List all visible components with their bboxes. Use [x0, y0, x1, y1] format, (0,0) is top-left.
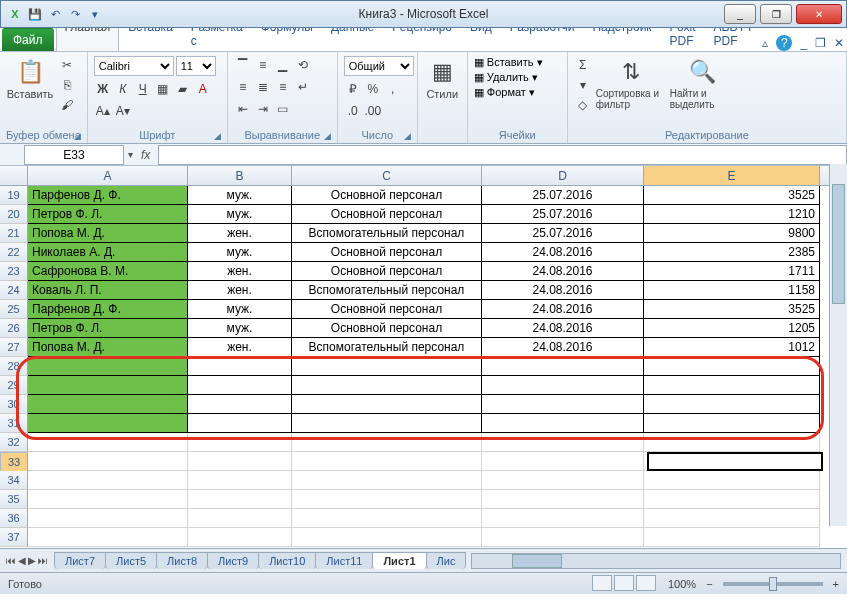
cell[interactable]: [188, 490, 292, 509]
currency-icon[interactable]: ₽: [344, 80, 362, 98]
cell[interactable]: [188, 414, 292, 433]
insert-cells-button[interactable]: ▦ Вставить ▾: [474, 56, 543, 69]
cell[interactable]: жен.: [188, 262, 292, 281]
table-row[interactable]: 23Сафронова В. М.жен.Основной персонал24…: [0, 262, 847, 281]
sheet-tab-лист7[interactable]: Лист7: [54, 552, 106, 569]
table-row[interactable]: 29: [0, 376, 847, 395]
cut-icon[interactable]: ✂: [58, 56, 76, 74]
percent-icon[interactable]: %: [364, 80, 382, 98]
cell[interactable]: Попова М. Д.: [28, 224, 188, 243]
cell[interactable]: [28, 414, 188, 433]
copy-icon[interactable]: ⎘: [58, 76, 76, 94]
cell[interactable]: муж.: [188, 186, 292, 205]
col-header-d[interactable]: D: [482, 166, 644, 185]
cell[interactable]: 1012: [644, 338, 820, 357]
cell[interactable]: [644, 414, 820, 433]
cell[interactable]: Петров Ф. Л.: [28, 319, 188, 338]
paste-button[interactable]: 📋 Вставить: [6, 56, 54, 100]
tab-file[interactable]: Файл: [2, 28, 54, 51]
align-top-icon[interactable]: ▔: [234, 56, 252, 74]
shrink-font-icon[interactable]: A▾: [114, 102, 132, 120]
orientation-icon[interactable]: ⟲: [294, 56, 312, 74]
cell[interactable]: [482, 452, 644, 471]
cell[interactable]: 24.08.2016: [482, 319, 644, 338]
table-row[interactable]: 35: [0, 490, 847, 509]
cell[interactable]: [292, 357, 482, 376]
table-row[interactable]: 22Николаев А. Д.муж.Основной персонал24.…: [0, 243, 847, 262]
maximize-button[interactable]: ❐: [760, 4, 792, 24]
cell[interactable]: [644, 452, 820, 471]
cell[interactable]: [292, 452, 482, 471]
cell[interactable]: [644, 376, 820, 395]
sheet-nav-0[interactable]: ⏮: [6, 555, 16, 566]
cell[interactable]: [482, 376, 644, 395]
cell[interactable]: [28, 509, 188, 528]
cell[interactable]: Вспомогательный персонал: [292, 224, 482, 243]
cell[interactable]: 25.07.2016: [482, 186, 644, 205]
underline-button[interactable]: Ч: [134, 80, 152, 98]
cell[interactable]: [644, 395, 820, 414]
table-row[interactable]: 20Петров Ф. Л.муж.Основной персонал25.07…: [0, 205, 847, 224]
cell[interactable]: [28, 395, 188, 414]
cell[interactable]: [292, 433, 482, 452]
cell[interactable]: [292, 414, 482, 433]
cell[interactable]: Попова М. Д.: [28, 338, 188, 357]
row-header[interactable]: 27: [0, 338, 28, 357]
row-header[interactable]: 34: [0, 471, 28, 490]
zoom-thumb[interactable]: [769, 577, 777, 591]
col-header-e[interactable]: E: [644, 166, 820, 185]
bold-button[interactable]: Ж: [94, 80, 112, 98]
zoom-out-button[interactable]: −: [706, 578, 712, 590]
doc-minimize-icon[interactable]: _: [800, 36, 807, 50]
styles-button[interactable]: ▦ Стили: [424, 56, 461, 100]
format-cells-button[interactable]: ▦ Формат ▾: [474, 86, 535, 99]
table-row[interactable]: 25Парфенов Д. Ф.муж.Основной персонал24.…: [0, 300, 847, 319]
cell[interactable]: [28, 452, 188, 471]
fill-color-icon[interactable]: ▰: [174, 80, 192, 98]
cell[interactable]: Основной персонал: [292, 205, 482, 224]
cell[interactable]: 1158: [644, 281, 820, 300]
cell[interactable]: [644, 490, 820, 509]
table-row[interactable]: 34: [0, 471, 847, 490]
row-header[interactable]: 36: [0, 509, 28, 528]
sheet-tab-лист9[interactable]: Лист9: [207, 552, 259, 569]
view-break-icon[interactable]: [636, 575, 656, 591]
cell[interactable]: 24.08.2016: [482, 300, 644, 319]
cell[interactable]: Парфенов Д. Ф.: [28, 300, 188, 319]
sheet-tab-лист8[interactable]: Лист8: [156, 552, 208, 569]
cell[interactable]: [292, 509, 482, 528]
table-row[interactable]: 31: [0, 414, 847, 433]
sheet-nav-3[interactable]: ⏭: [38, 555, 48, 566]
number-launcher-icon[interactable]: ◢: [404, 131, 411, 141]
font-name-select[interactable]: Calibri: [94, 56, 174, 76]
redo-icon[interactable]: ↷: [67, 6, 83, 22]
comma-icon[interactable]: ,: [384, 80, 402, 98]
table-row[interactable]: 30: [0, 395, 847, 414]
cell[interactable]: [292, 528, 482, 547]
zoom-slider[interactable]: [723, 582, 823, 586]
row-header[interactable]: 33: [0, 452, 28, 472]
indent-decrease-icon[interactable]: ⇤: [234, 100, 252, 118]
cell[interactable]: жен.: [188, 338, 292, 357]
row-header[interactable]: 28: [0, 357, 28, 376]
cell[interactable]: Основной персонал: [292, 262, 482, 281]
col-header-a[interactable]: A: [28, 166, 188, 185]
cell[interactable]: жен.: [188, 281, 292, 300]
wrap-text-icon[interactable]: ↵: [294, 78, 312, 96]
cell[interactable]: 9800: [644, 224, 820, 243]
cell[interactable]: [482, 414, 644, 433]
cell[interactable]: [28, 433, 188, 452]
cell[interactable]: [482, 433, 644, 452]
cell[interactable]: [644, 509, 820, 528]
name-box[interactable]: E33: [24, 145, 124, 165]
cell[interactable]: Коваль Л. П.: [28, 281, 188, 300]
fill-icon[interactable]: ▾: [574, 76, 592, 94]
row-header[interactable]: 32: [0, 433, 28, 452]
format-painter-icon[interactable]: 🖌: [58, 96, 76, 114]
col-header-c[interactable]: C: [292, 166, 482, 185]
row-header[interactable]: 29: [0, 376, 28, 395]
row-header[interactable]: 26: [0, 319, 28, 338]
cell[interactable]: 25.07.2016: [482, 224, 644, 243]
help-icon[interactable]: ?: [776, 35, 792, 51]
cell[interactable]: [28, 490, 188, 509]
